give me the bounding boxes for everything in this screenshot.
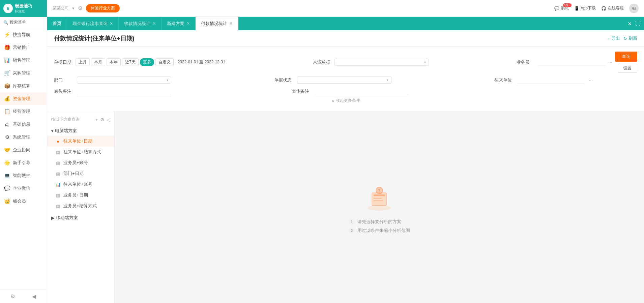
purchase-icon: 🛒	[4, 70, 10, 76]
tab-bank[interactable]: 现金银行流水查询✕	[67, 17, 119, 30]
body-note-label: 表体备注	[292, 88, 311, 94]
desktop-group-header[interactable]: ▾ 电脑端方案	[47, 126, 114, 136]
sidebar-label-system: 系统管理	[13, 134, 30, 140]
sidebar-item-enterprise[interactable]: 🤝企业协同	[0, 144, 47, 156]
sidebar-item-member[interactable]: 👑畅会员	[0, 195, 47, 208]
this-year-btn[interactable]: 本年	[107, 58, 121, 66]
search-menu[interactable]: 🔍 搜索菜单	[0, 17, 47, 28]
dept-arrow: ▾	[167, 78, 168, 82]
status-arrow: ▾	[387, 78, 388, 82]
header-note-input[interactable]	[77, 87, 171, 95]
agent-input[interactable]	[538, 58, 606, 66]
agent-more-btn[interactable]: ···	[608, 60, 612, 65]
operations-icon: 📋	[4, 109, 10, 115]
sidebar-label-enterprise: 企业协同	[13, 147, 30, 153]
sidebar-collapse-btn[interactable]: ◀	[25, 293, 44, 300]
mobile-schema-group: ▶ 移动端方案	[47, 213, 114, 223]
search-icon: 🔍	[3, 20, 8, 25]
mobile-group-header[interactable]: ▶ 移动端方案	[47, 213, 114, 223]
close-all-tabs-btn[interactable]: ✕	[627, 21, 632, 27]
schema-label-partner-settle: 往来单位+结算方式	[63, 149, 101, 155]
custom-date-btn[interactable]: 自定义	[155, 58, 174, 66]
gear-icon[interactable]: ⚙	[78, 5, 83, 11]
partner-more-btn[interactable]: ···	[589, 78, 593, 83]
sidebar-label-quick-nav: 快捷导航	[13, 32, 30, 38]
schema-item-agent-date[interactable]: ▦业务员+日期	[47, 190, 114, 201]
quick-nav-icon: ⚡	[4, 32, 10, 38]
sidebar-item-hardware[interactable]: 💻智能硬件	[0, 169, 47, 182]
query-btn[interactable]: 查询	[615, 52, 637, 62]
dept-select[interactable]: ▾	[77, 77, 171, 84]
agent-label: 业务员	[517, 59, 535, 65]
sidebar-item-quick-nav[interactable]: ⚡快捷导航	[0, 28, 47, 41]
tab-new-plan[interactable]: 新建方案✕	[162, 17, 196, 30]
sidebar-item-operations[interactable]: 📋经营管理	[0, 105, 47, 118]
sidebar-label-purchase: 采购管理	[13, 70, 30, 76]
schema-item-dept-date[interactable]: ▦部门+日期	[47, 168, 114, 179]
add-schema-btn[interactable]: +	[95, 117, 98, 122]
source-select-arrow: ▾	[424, 60, 426, 64]
status-label: 单据状态	[274, 77, 293, 83]
desktop-schema-group: ▾ 电脑端方案 ●往来单位+日期▦往来单位+结算方式▦业务员+账号▦部门+日期📊…	[47, 126, 114, 211]
this-month-btn[interactable]: 本月	[91, 58, 105, 66]
schema-collapse-btn[interactable]: ◁	[107, 117, 110, 122]
empty-tip-2: 2 用过滤条件来缩小分析范围	[349, 228, 410, 234]
partner-input[interactable]	[517, 76, 585, 84]
status-select[interactable]: ▾	[297, 77, 391, 84]
schema-label-partner-account: 往来单位+账号	[63, 181, 92, 187]
app-download-btn[interactable]: 📱 App下载	[574, 5, 596, 11]
export-btn[interactable]: ↑ 导出	[608, 35, 620, 41]
collapse-icon: ∧	[331, 98, 334, 103]
schema-item-agent-settle[interactable]: ▦业务员+结算方式	[47, 201, 114, 211]
sidebar: 6 畅捷通巧 标准版 🔍 搜索菜单 ⚡快捷导航🎁营销推广📊销售管理🛒采购管理📦库…	[0, 0, 47, 303]
body-note-input[interactable]	[315, 87, 409, 95]
tab-close-new-plan[interactable]: ✕	[186, 21, 190, 26]
schema-settings-btn[interactable]: ⚙	[100, 117, 105, 122]
sidebar-settings-btn[interactable]: ⚙	[3, 293, 22, 300]
empty-illustration: ?	[362, 181, 396, 215]
tab-close-bank[interactable]: ✕	[110, 21, 113, 26]
tabs-actions: ✕ ⛶	[624, 17, 644, 30]
more-btn[interactable]: 更多	[140, 58, 154, 66]
hardware-icon: 💻	[4, 173, 10, 179]
date-range-display: 2022-01-01 至 2022-12-31	[178, 59, 225, 65]
tab-close-receivable[interactable]: ✕	[152, 21, 156, 26]
tab-close-payment[interactable]: ✕	[229, 21, 233, 26]
online-service-btn[interactable]: 🎧 在线客服	[601, 5, 624, 11]
schema-label-dept-date: 部门+日期	[63, 171, 84, 177]
sidebar-item-sales[interactable]: 📊销售管理	[0, 54, 47, 67]
last-7days-btn[interactable]: 近7天	[122, 58, 139, 66]
tab-home[interactable]: 首页	[47, 17, 67, 30]
collapse-btn[interactable]: ∧ 收起更多条件	[54, 95, 637, 106]
schema-item-partner-date[interactable]: ●往来单位+日期	[47, 136, 114, 147]
sidebar-item-marketing[interactable]: 🎁营销推广	[0, 41, 47, 54]
page-actions: ↑ 导出 ↻ 刷新	[608, 35, 638, 41]
refresh-btn[interactable]: ↻ 刷新	[623, 35, 637, 41]
sidebar-item-wechat[interactable]: 💬企业微信	[0, 182, 47, 195]
sidebar-item-system[interactable]: ⚙系统管理	[0, 131, 47, 144]
guide-icon: 🌟	[4, 160, 10, 166]
sidebar-item-basic-info[interactable]: 🗂基础信息	[0, 118, 47, 131]
messages-btn[interactable]: 💬 消息 99+	[554, 5, 569, 11]
schema-item-partner-account[interactable]: 📊往来单位+账号	[47, 179, 114, 190]
sidebar-item-guide[interactable]: 🌟新手引导	[0, 156, 47, 169]
tab-payment[interactable]: 付款情况统计✕	[196, 17, 238, 30]
schema-item-agent-account[interactable]: ▦业务员+账号	[47, 157, 114, 168]
expand-tabs-btn[interactable]: ⛶	[635, 21, 641, 27]
sidebar-item-capital[interactable]: 💰资金管理	[0, 92, 47, 105]
sidebar-item-inventory[interactable]: 📦库存核算	[0, 80, 47, 92]
last-month-btn[interactable]: 上月	[76, 58, 90, 66]
schema-item-partner-settle[interactable]: ▦往来单位+结算方式	[47, 147, 114, 157]
sidebar-item-purchase[interactable]: 🛒采购管理	[0, 67, 47, 80]
sidebar-label-marketing: 营销推广	[13, 44, 30, 51]
setting-btn[interactable]: 设置	[618, 64, 637, 73]
tab-receivable[interactable]: 收款情况统计✕	[119, 17, 162, 30]
empty-state: ? 1 请先选择要分析的方案 2 用过滤条件来缩小分析范围	[349, 181, 410, 234]
user-avatar[interactable]: Rit	[629, 4, 639, 13]
svg-point-0	[368, 205, 391, 211]
left-panel: 按以下方案查询 + ⚙ ◁ ▾ 电脑端方案 ●往来单位+日期▦往来单位+结算方式…	[47, 111, 115, 303]
source-select[interactable]: ▾	[334, 59, 429, 66]
trial-btn[interactable]: 体验行业方案	[86, 4, 120, 12]
logo-icon: 6	[3, 4, 13, 13]
empty-tips: 1 请先选择要分析的方案 2 用过滤条件来缩小分析范围	[349, 219, 410, 234]
